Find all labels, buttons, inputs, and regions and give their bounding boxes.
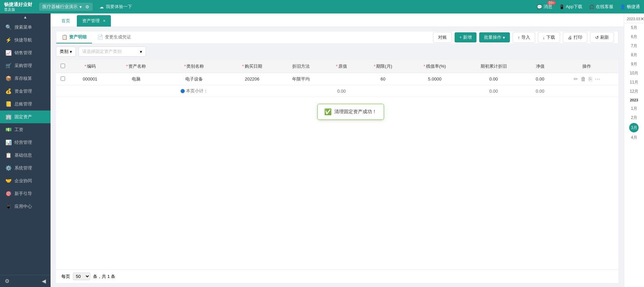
list-icon: 📋: [62, 34, 67, 40]
row-checkbox-cell[interactable]: [56, 73, 69, 85]
timeline-month-12月[interactable]: 12月: [628, 87, 640, 96]
sidebar-item-search[interactable]: 🔍 搜索菜单: [0, 21, 51, 34]
batch-ops-btn[interactable]: 批量操作 ▾: [479, 32, 510, 42]
sidebar-icon-capital: 💰: [5, 88, 12, 94]
copy-icon[interactable]: ⎘: [589, 76, 592, 82]
sidebar-label-fixed-assets: 固定资产: [14, 114, 32, 120]
headset-icon: 🎧: [589, 4, 594, 9]
sidebar-label-search: 搜索菜单: [14, 24, 32, 30]
th-purchase-date: *购买日期: [227, 60, 278, 73]
timeline-month-8月[interactable]: 8月: [628, 51, 640, 60]
timeline-month-11月[interactable]: 11月: [628, 78, 640, 87]
sidebar: ▲ 🔍 搜索菜单 ⚡ 快捷导航 📈 销售管理 🛒 采购管理 📦 库存核算 💰 资…: [0, 13, 51, 287]
sidebar-item-purchase[interactable]: 🛒 采购管理: [0, 59, 51, 72]
app-download-btn[interactable]: 📱 App下载: [559, 4, 582, 10]
timeline-content: 5月6月7月8月9月10月11月12月20231月2月3月4月: [628, 23, 640, 142]
message-icon: 💬: [537, 4, 542, 9]
sidebar-item-system[interactable]: ⚙️ 系统管理: [0, 162, 51, 174]
timeline-month-1月[interactable]: 1月: [628, 104, 640, 113]
online-service-btn[interactable]: 🎧 在线客服: [589, 4, 613, 10]
user-avatar[interactable]: 👤 畅捷通: [620, 4, 640, 10]
timeline-year-2023: 2023: [628, 96, 640, 104]
timeline-month-7月[interactable]: 7月: [628, 41, 640, 51]
per-page-select[interactable]: 50 10 20 100: [73, 273, 90, 280]
timeline-month-5月[interactable]: 5月: [628, 23, 640, 32]
download-btn[interactable]: ↓ 下载: [538, 32, 560, 43]
toast-message: 清理固定资产成功！: [334, 109, 377, 115]
cell-action[interactable]: ✏ 🗑 ⎘ ⋯: [555, 73, 618, 85]
subtotal-net-value: 0.00: [525, 85, 555, 97]
experience-btn[interactable]: ☁ 我要体验一下: [99, 4, 132, 10]
new-btn[interactable]: + 新增: [455, 32, 477, 42]
page-content: 📋 资产明细 📄 变更生成凭证 对账 + 新增: [51, 27, 624, 287]
sub-tabs: 📋 资产明细 📄 变更生成凭证: [56, 31, 429, 43]
row-checkbox[interactable]: [61, 76, 65, 81]
content-area: 首页 资产管理 × 📋 资产明细 📄 变更生成凭证: [51, 13, 624, 287]
th-checkbox[interactable]: [56, 60, 69, 73]
sidebar-item-app-center[interactable]: 📱 应用中心: [0, 200, 51, 213]
print-icon: 🖨: [568, 35, 572, 40]
close-icon[interactable]: ✕: [640, 16, 644, 22]
sidebar-item-enterprise[interactable]: 🤝 企业协同: [0, 174, 51, 187]
settings-icon[interactable]: ⚙: [5, 278, 9, 284]
th-name: *资产名称: [111, 60, 161, 73]
tab-close-icon[interactable]: ×: [103, 19, 105, 23]
message-btn[interactable]: 💬 消息 99+: [537, 4, 552, 10]
sidebar-item-inventory[interactable]: 📦 库存核算: [0, 72, 51, 85]
refresh-icon: ↺: [595, 35, 599, 40]
select-all-checkbox[interactable]: [61, 64, 65, 68]
print-btn[interactable]: 🖨 打印: [563, 32, 587, 43]
success-check-icon: ✅: [324, 108, 332, 116]
sidebar-label-basic-info: 基础信息: [14, 152, 32, 158]
sidebar-item-guide[interactable]: 🎯 新手引导: [0, 187, 51, 200]
doc-icon: 📄: [97, 34, 103, 40]
sidebar-item-capital[interactable]: 💰 资金管理: [0, 85, 51, 98]
sidebar-item-operations[interactable]: 📊 经营管理: [0, 136, 51, 149]
company-name: 医疗器械行业演示: [42, 4, 78, 10]
message-badge: 99+: [547, 1, 556, 5]
sidebar-label-app-center: 应用中心: [14, 203, 32, 210]
sidebar-item-payroll[interactable]: 💵 工资: [0, 123, 51, 136]
sidebar-item-fixed-assets[interactable]: 🏢 固定资产: [0, 110, 51, 123]
subtotal-label: 本页小计：: [186, 88, 208, 93]
timeline-month-6月[interactable]: 6月: [628, 32, 640, 41]
sidebar-label-quick-nav: 快捷导航: [14, 37, 32, 43]
category-type-filter[interactable]: 请选择固定资产类别 ▾: [79, 46, 146, 57]
sidebar-icon-app-center: 📱: [5, 203, 12, 210]
sidebar-item-quick-nav[interactable]: ⚡ 快捷导航: [0, 34, 51, 46]
cell-net-value: 0.00: [525, 73, 555, 85]
import-btn[interactable]: ↑ 导入: [513, 32, 535, 43]
sub-tab-generate-voucher[interactable]: 📄 变更生成凭证: [92, 31, 136, 43]
refresh-btn[interactable]: ↺ 刷新: [590, 32, 614, 43]
sidebar-item-basic-info[interactable]: 📋 基础信息: [0, 149, 51, 162]
cell-category: 电子设备: [161, 73, 227, 85]
cell-name: 电脑: [111, 73, 161, 85]
app-title: 畅捷通好业财: [4, 2, 32, 7]
settings-icon[interactable]: ⚙: [85, 4, 89, 9]
more-icon[interactable]: ⋯: [595, 76, 600, 82]
timeline-month-10月[interactable]: 10月: [628, 69, 640, 78]
delete-icon[interactable]: 🗑: [581, 76, 586, 82]
tab-asset-mgmt[interactable]: 资产管理 ×: [77, 15, 111, 27]
sidebar-item-general-ledger[interactable]: 📒 总账管理: [0, 98, 51, 110]
company-selector[interactable]: 医疗器械行业演示 ▾ ⚙: [39, 3, 93, 11]
timeline-month-3月[interactable]: 3月: [629, 123, 639, 132]
sidebar-icon-guide: 🎯: [5, 191, 12, 197]
app-subtitle: 普及版: [4, 7, 32, 11]
sub-tab-asset-detail[interactable]: 📋 资产明细: [56, 31, 92, 43]
collapse-icon[interactable]: ◀: [42, 278, 46, 284]
sidebar-label-enterprise: 企业协同: [14, 178, 32, 184]
tab-home[interactable]: 首页: [56, 15, 75, 27]
sidebar-item-sales[interactable]: 📈 销售管理: [0, 46, 51, 59]
edit-icon[interactable]: ✏: [574, 76, 578, 82]
sidebar-scroll-up[interactable]: ▲: [0, 13, 51, 21]
timeline-month-9月[interactable]: 9月: [628, 60, 640, 69]
per-page-label: 每页: [61, 274, 70, 280]
timeline-month-4月[interactable]: 4月: [628, 133, 640, 142]
reconcile-btn[interactable]: 对账: [433, 32, 452, 43]
timeline-month-2月[interactable]: 2月: [628, 113, 640, 122]
sidebar-label-payroll: 工资: [14, 127, 23, 133]
sidebar-label-guide: 新手引导: [14, 191, 32, 197]
table-wrapper: *编码 *资产名称 *类别名称 *购买日期 折旧方法 *原值 *期限(月) *残…: [56, 60, 618, 269]
category-filter[interactable]: 类别 ▾: [56, 46, 76, 57]
